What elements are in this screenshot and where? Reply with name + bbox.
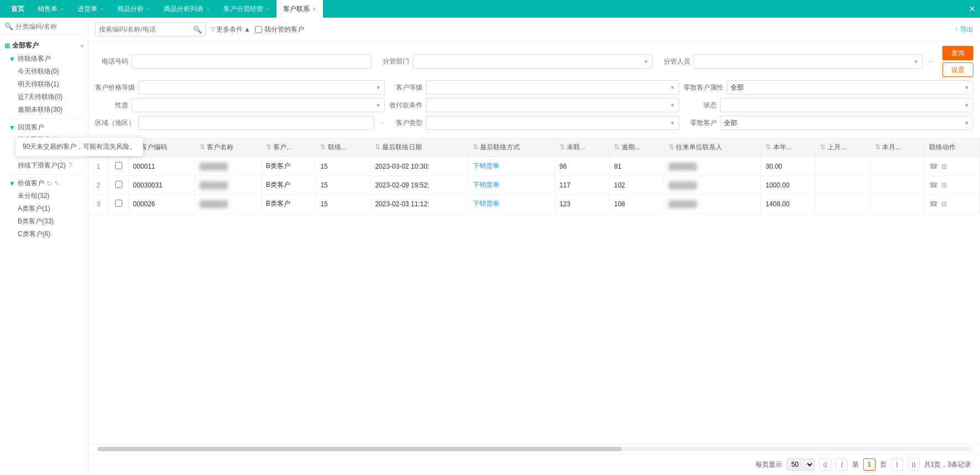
sidebar-group-churn-title[interactable]: ▼ 回流客户	[9, 121, 84, 134]
tab-customer-contact[interactable]: 客户联系 ✕	[277, 0, 323, 18]
row-last-date: 2023-02-09 19:52:	[371, 176, 468, 195]
th-last-month: ⇅ 上月...	[815, 138, 870, 157]
row-last-method-link[interactable]: 下销货单	[473, 181, 499, 189]
filter-search-icon[interactable]: 🔍	[193, 25, 202, 34]
tab-analysis[interactable]: 商品分析 ✕	[111, 0, 157, 18]
grade-select[interactable]: ▼	[426, 80, 679, 95]
sidebar-item-ungrouped[interactable]: 未分组(32)	[9, 190, 84, 202]
region-select[interactable]	[138, 116, 374, 130]
row-grid-icon[interactable]: ⊞	[941, 200, 947, 208]
row-this-month	[870, 176, 925, 195]
tab-customer-segment[interactable]: 客户分层经营 ✕	[217, 0, 277, 18]
query-button[interactable]: 查询	[942, 46, 973, 60]
sidebar-item-class-a[interactable]: A类客户(1)	[9, 202, 84, 215]
sidebar-search-input[interactable]	[15, 23, 88, 30]
horizontal-scrollbar[interactable]	[88, 444, 980, 453]
last-page-btn[interactable]: ⟩⟩	[908, 458, 920, 471]
sidebar-all-customers[interactable]: ⊞ 全部客户 «	[4, 39, 84, 53]
row-phone-icon[interactable]: ☎	[929, 200, 938, 208]
row-checkbox[interactable]	[115, 200, 122, 207]
table-body: 1 000011 ██████ B类客户 15 2023-03-02 10:30…	[88, 157, 980, 213]
tab-home[interactable]: 首页	[4, 0, 31, 18]
sidebar-group-value-label: 价值客户	[18, 179, 44, 188]
row-last-method-link[interactable]: 下销货单	[473, 200, 499, 207]
row-last-method-link[interactable]: 下销货单	[473, 162, 499, 170]
my-customers-check[interactable]	[255, 26, 262, 33]
row-grid-icon[interactable]: ⊞	[941, 162, 947, 170]
sidebar-item-class-b[interactable]: B类客户(33)	[9, 215, 84, 228]
sidebar-item-declining[interactable]: 持续下滑客户(2) ?	[9, 159, 84, 172]
row-contact: 15	[316, 157, 371, 176]
row-phone-icon[interactable]: ☎	[929, 181, 938, 189]
region-dots-icon[interactable]: ···	[379, 119, 385, 127]
tab-customer-segment-close[interactable]: ✕	[265, 6, 270, 12]
scrollbar-thumb[interactable]	[97, 447, 622, 451]
tab-sales-close[interactable]: ✕	[60, 6, 64, 12]
sidebar-item-overdue[interactable]: 逾期未联络(30)	[9, 103, 84, 116]
filter-row-1: 电话号码 分管部门 ▼ 分管人员 ▼ ···	[95, 46, 973, 77]
settings-button[interactable]: 设置	[942, 62, 973, 77]
retail-customer-select[interactable]: 全部 ▼	[720, 116, 973, 130]
filter-search-input[interactable]	[99, 25, 193, 33]
tab-customer-segment-label: 客户分层经营	[223, 4, 263, 14]
export-button[interactable]: ↑ 导出	[955, 25, 973, 34]
tab-customer-contact-label: 客户联系	[283, 4, 310, 14]
retail-attr-select[interactable]: 全部 ▼	[727, 80, 973, 95]
sidebar-item-7days[interactable]: 近7天待联络(0)	[9, 91, 84, 103]
pagination-bar: 每页显示 50 100 ⟨⟨ ⟨ 第 1 页 ⟩ ⟩⟩ 共1页，3条记录	[88, 453, 980, 475]
edit-icon-value[interactable]: ✎	[54, 180, 60, 187]
first-page-btn[interactable]: ⟨⟨	[819, 458, 831, 471]
sidebar-search-icon: 🔍	[4, 22, 13, 30]
my-customers-checkbox[interactable]: 我分管的客户	[255, 25, 304, 34]
row-last-method: 下销货单	[468, 195, 555, 213]
tab-analysis-list[interactable]: 商品分析列表 ✕	[157, 0, 217, 18]
status-select[interactable]: ▼	[720, 98, 973, 112]
tab-analysis-close[interactable]: ✕	[146, 6, 150, 12]
phone-input[interactable]	[132, 54, 372, 69]
row-checkbox[interactable]	[115, 181, 122, 188]
per-page-select[interactable]: 50 100	[786, 458, 815, 471]
more-conditions-btn[interactable]: ▽ 更多条件 ▲	[210, 25, 251, 34]
field-status: 状态 ▼	[684, 98, 973, 112]
next-page-btn[interactable]: ⟩	[891, 458, 903, 471]
field-price-grade: 客户价格等级 ▼	[95, 80, 385, 95]
person-select[interactable]: ▼	[694, 54, 922, 69]
sidebar-item-declining-label: 持续下滑客户(2)	[18, 161, 66, 169]
sidebar-item-tomorrow[interactable]: 明天待联络(1)	[9, 78, 84, 91]
person-dots-icon[interactable]: ···	[928, 58, 934, 65]
sidebar-group-value-title[interactable]: ▼ 价值客户 ↻ ✎	[9, 177, 84, 190]
nature-select[interactable]: ▼	[132, 98, 385, 112]
th-name-label: 客户名称	[207, 143, 233, 151]
price-grade-select[interactable]: ▼	[138, 80, 385, 95]
dept-select[interactable]: ▼	[413, 54, 653, 69]
prev-page-btn[interactable]: ⟨	[836, 458, 848, 471]
row-type: B类客户	[261, 195, 316, 213]
tab-analysis-list-close[interactable]: ✕	[206, 6, 210, 12]
tab-sales[interactable]: 销售单 ✕	[31, 0, 71, 18]
retail-attr-value: 全部	[731, 83, 744, 92]
field-region: 区域（地区） ···	[95, 116, 385, 130]
th-action-label: 联络动作	[929, 143, 956, 151]
payment-select[interactable]: ▼	[426, 98, 679, 112]
advanced-filter-panel: 电话号码 分管部门 ▼ 分管人员 ▼ ···	[88, 41, 980, 138]
row-last-method: 下销货单	[468, 157, 555, 176]
th-last-month-label: 上月...	[827, 143, 846, 151]
sidebar-group-pending-title[interactable]: ▼ 待联络客户	[9, 53, 84, 65]
row-phone-icon[interactable]: ☎	[929, 162, 938, 170]
tab-purchase[interactable]: 进货单 ✕	[71, 0, 111, 18]
row-not-contacted: 96	[555, 157, 609, 176]
filter-row-4: 区域（地区） ··· 客户类型 ▼ 零散客户 全部	[95, 116, 973, 130]
tab-customer-contact-close[interactable]: ✕	[312, 6, 316, 12]
row-checkbox[interactable]	[115, 162, 122, 169]
tab-purchase-close[interactable]: ✕	[100, 6, 104, 12]
sidebar-item-today[interactable]: 今天待联络(0)	[9, 65, 84, 78]
th-last-month-sort-icon: ⇅	[820, 143, 826, 151]
window-close-button[interactable]: ✕	[969, 4, 976, 13]
filter-funnel-icon: ▽	[210, 25, 215, 33]
sidebar-item-class-c[interactable]: C类客户(6)	[9, 228, 84, 241]
sidebar-collapse-btn[interactable]: «	[80, 43, 84, 49]
th-last-date-label: 最后联络日期	[382, 143, 422, 151]
refresh-icon-value[interactable]: ↻	[46, 180, 52, 187]
row-grid-icon[interactable]: ⊞	[941, 181, 947, 189]
customer-type-select[interactable]: ▼	[426, 116, 679, 130]
